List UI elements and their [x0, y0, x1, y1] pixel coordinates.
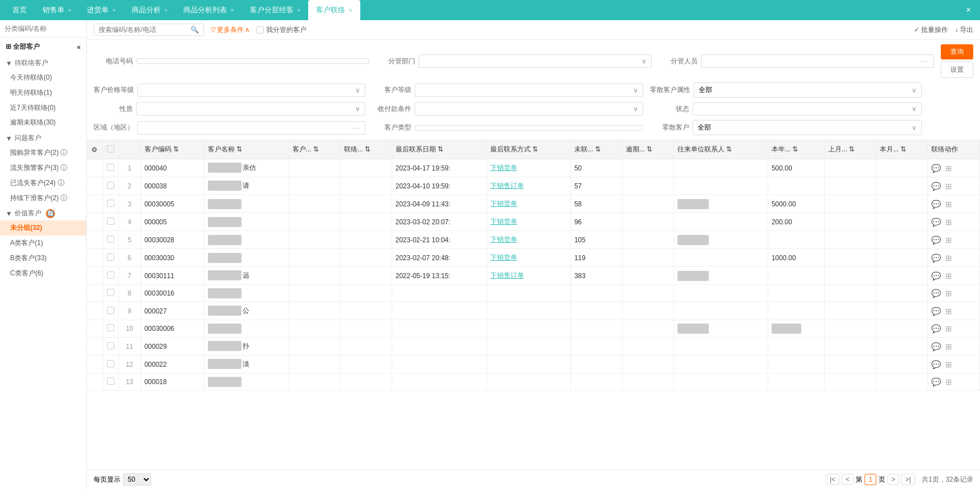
chat-icon[interactable]: 💬	[931, 218, 941, 227]
checkbox-cell[interactable]	[103, 302, 118, 320]
contact-method-link[interactable]: 下销售订单	[490, 182, 524, 190]
row-checkbox[interactable]	[107, 236, 114, 243]
chat-icon[interactable]: 💬	[931, 324, 941, 333]
contact-method-link[interactable]: 下销货单	[490, 236, 517, 243]
chat-icon[interactable]: 💬	[931, 200, 941, 209]
tab-product-analysis[interactable]: 商品分析 ×	[124, 0, 175, 20]
close-all-tabs-button[interactable]: ×	[962, 5, 976, 15]
checkbox-cell[interactable]	[103, 213, 118, 231]
checkbox-cell[interactable]	[103, 195, 118, 213]
dept-select[interactable]: ∨	[419, 54, 652, 68]
grid-icon[interactable]: ⊞	[945, 289, 952, 298]
checkbox-cell[interactable]	[103, 320, 118, 338]
next-page-button[interactable]: >	[888, 474, 899, 485]
chat-icon[interactable]: 💬	[931, 253, 941, 262]
customer-name-column-header[interactable]: 客户名称 ⇅	[204, 140, 289, 159]
row-checkbox[interactable]	[107, 218, 114, 225]
sidebar-item-today[interactable]: 今天待联络(0)	[0, 70, 86, 85]
checkbox-cell[interactable]	[103, 338, 118, 356]
close-sales-icon[interactable]: ×	[68, 0, 71, 20]
sidebar-search-input[interactable]	[4, 25, 87, 33]
sidebar-item-churn-warning[interactable]: 流失预警客户(3) ⓘ	[0, 160, 86, 176]
my-customer-filter[interactable]: 我分管的客户	[257, 25, 306, 35]
last-contact-method-column-header[interactable]: 最后联系方式 ⇅	[487, 140, 571, 159]
last-contact-method-cell[interactable]	[487, 373, 571, 391]
phone-input[interactable]	[136, 58, 369, 64]
settings-column-header[interactable]: ⚙	[87, 140, 103, 159]
reset-button[interactable]: 设置	[941, 62, 973, 78]
my-customer-checkbox[interactable]	[257, 26, 264, 34]
status-select[interactable]: ∨	[693, 102, 922, 116]
manager-input[interactable]: ···	[701, 54, 934, 68]
contact-method-link[interactable]: 下销货单	[490, 218, 517, 225]
region-input[interactable]: ···	[137, 121, 365, 135]
row-checkbox[interactable]	[107, 360, 114, 367]
per-page-select[interactable]: 50 100	[123, 473, 151, 486]
grid-icon[interactable]: ⊞	[945, 236, 952, 245]
last-contact-method-cell[interactable]: 下销货单	[487, 213, 571, 231]
last-contact-method-cell[interactable]	[487, 320, 571, 338]
grid-icon[interactable]: ⊞	[945, 377, 952, 386]
last-contact-method-cell[interactable]: 下销货单	[487, 249, 571, 267]
row-checkbox[interactable]	[107, 307, 114, 314]
tab-customer-layer[interactable]: 客户分层经客 ×	[242, 0, 308, 20]
retail-customer-select[interactable]: 全部∨	[693, 120, 922, 135]
chat-icon[interactable]: 💬	[931, 360, 941, 369]
close-customer-layer-icon[interactable]: ×	[297, 0, 300, 20]
last-contact-method-cell[interactable]: 下销货单	[487, 195, 571, 213]
chat-icon[interactable]: 💬	[931, 307, 941, 316]
sidebar-item-ungrouped[interactable]: 未分组(32)	[0, 220, 86, 236]
chat-icon[interactable]: 💬	[931, 182, 941, 191]
row-checkbox[interactable]	[107, 182, 114, 189]
row-checkbox[interactable]	[107, 200, 114, 207]
nature-select[interactable]: ∨	[136, 102, 365, 116]
checkbox-cell[interactable]	[103, 285, 118, 302]
chat-icon[interactable]: 💬	[931, 289, 941, 298]
sidebar-item-7days[interactable]: 近7天待联络(0)	[0, 100, 86, 116]
row-checkbox[interactable]	[107, 164, 114, 171]
grid-icon[interactable]: ⊞	[945, 307, 952, 316]
this-month-column-header[interactable]: 本月... ⇅	[876, 140, 927, 159]
search-icon[interactable]: 🔍	[191, 26, 199, 34]
chat-icon[interactable]: 💬	[931, 271, 941, 280]
select-all-checkbox[interactable]	[107, 145, 114, 153]
checkbox-cell[interactable]	[103, 356, 118, 373]
payment-select[interactable]: ∨	[415, 102, 644, 116]
sidebar-collapse-icon[interactable]: «	[77, 43, 81, 51]
row-checkbox[interactable]	[107, 289, 114, 296]
contact-method-link[interactable]: 下销货单	[490, 200, 517, 207]
last-contact-date-column-header[interactable]: 最后联系日期 ⇅	[392, 140, 486, 159]
tab-customer-contact[interactable]: 客户联络 ×	[308, 0, 360, 20]
checkbox-cell[interactable]	[103, 231, 118, 249]
first-page-button[interactable]: |<	[826, 474, 839, 485]
close-purchase-icon[interactable]: ×	[112, 0, 115, 20]
contact-column-header[interactable]: 联络... ⇅	[340, 140, 392, 159]
row-checkbox[interactable]	[107, 253, 114, 261]
contact-method-link[interactable]: 下销货单	[490, 253, 517, 261]
tab-sales[interactable]: 销售单 ×	[35, 0, 79, 20]
checkbox-column-header[interactable]	[103, 140, 118, 159]
grid-icon[interactable]: ⊞	[945, 360, 952, 369]
last-contact-method-cell[interactable]	[487, 356, 571, 373]
last-month-column-header[interactable]: 上月... ⇅	[825, 140, 876, 159]
all-customers-section[interactable]: ⊞ 全部客户 «	[0, 38, 86, 55]
no-contact-column-header[interactable]: 未联... ⇅	[570, 140, 622, 159]
close-product-analysis-icon[interactable]: ×	[164, 0, 168, 20]
row-checkbox[interactable]	[107, 377, 114, 385]
sidebar-item-lost[interactable]: 已流失客户(24) ⓘ	[0, 176, 86, 191]
chat-icon[interactable]: 💬	[931, 164, 941, 173]
unit-contact-column-header[interactable]: 往来单位联系人 ⇅	[674, 140, 768, 159]
chat-icon[interactable]: 💬	[931, 236, 941, 245]
last-contact-method-cell[interactable]: 下销售订单	[487, 177, 571, 195]
this-year-column-header[interactable]: 本年... ⇅	[768, 140, 824, 159]
checkbox-cell[interactable]	[103, 177, 118, 195]
grid-icon[interactable]: ⊞	[945, 218, 952, 227]
checkbox-cell[interactable]	[103, 373, 118, 391]
price-level-select[interactable]: ∨	[137, 84, 365, 97]
row-checkbox[interactable]	[107, 342, 114, 349]
customer-level-select[interactable]: ∨	[415, 84, 644, 97]
checkbox-cell[interactable]	[103, 159, 118, 177]
last-contact-method-cell[interactable]	[487, 302, 571, 320]
grid-icon[interactable]: ⊞	[945, 164, 952, 173]
sidebar-item-abnormal[interactable]: 囤购异常客户(2) ⓘ	[0, 145, 86, 160]
